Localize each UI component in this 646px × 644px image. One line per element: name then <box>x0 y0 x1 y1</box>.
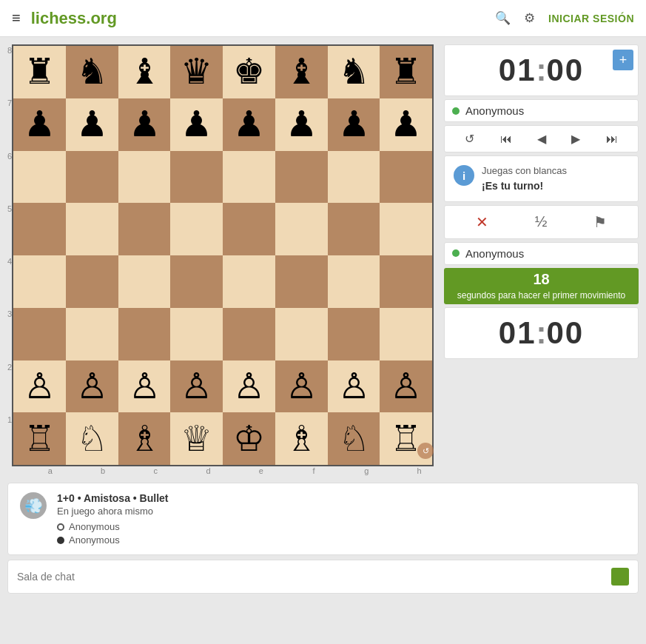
square-4e[interactable] <box>223 255 275 308</box>
players-list: Anonymous Anonymous <box>57 521 169 546</box>
square-1d[interactable]: ♕ <box>170 412 223 465</box>
square-8h[interactable]: ♜ <box>380 46 432 98</box>
square-6c[interactable] <box>118 151 171 204</box>
square-7h[interactable]: ♟ <box>380 98 432 151</box>
resign-button[interactable]: ✕ <box>470 212 494 232</box>
signin-button[interactable]: INICIAR SESIÓN <box>548 13 634 24</box>
square-8d[interactable]: ♛ <box>170 46 223 98</box>
square-3c[interactable] <box>118 308 171 360</box>
square-3g[interactable] <box>328 308 380 360</box>
flip-nav-button[interactable]: ↺ <box>460 130 479 147</box>
game-info-card: 💨 1+0 • Amistosa • Bullet En juego ahora… <box>7 483 639 555</box>
square-1f[interactable]: ♗ <box>275 412 328 465</box>
square-7f[interactable]: ♟ <box>275 98 328 151</box>
square-6a[interactable] <box>13 151 66 204</box>
square-8c[interactable]: ♝ <box>118 46 171 98</box>
piece: ♘ <box>76 421 108 457</box>
player-top-row: Anonymous <box>444 99 639 122</box>
square-3e[interactable] <box>223 308 275 360</box>
chess-board[interactable]: ♜♞♝♛♚♝♞♜♟♟♟♟♟♟♟♟♙♙♙♙♙♙♙♙♖♘♗♕♔♗♘♖ <box>12 44 434 466</box>
piece: ♟ <box>76 107 108 142</box>
flip-board-icon[interactable]: ↺ <box>417 443 434 459</box>
logo-domain: .org <box>86 9 117 27</box>
bullet-icon: 💨 <box>20 492 47 519</box>
draw-button[interactable]: ½ <box>529 212 554 232</box>
square-8a[interactable]: ♜ <box>13 46 66 98</box>
square-6g[interactable] <box>328 151 380 204</box>
square-7b[interactable]: ♟ <box>66 98 118 151</box>
square-8f[interactable]: ♝ <box>275 46 328 98</box>
square-4b[interactable] <box>66 255 118 308</box>
first-move-button[interactable]: ⏮ <box>496 131 517 147</box>
square-4c[interactable] <box>118 255 171 308</box>
piece: ♙ <box>24 369 55 404</box>
square-3d[interactable] <box>170 308 223 360</box>
square-8b[interactable]: ♞ <box>66 46 118 98</box>
square-6b[interactable] <box>66 151 118 204</box>
piece: ♙ <box>129 369 161 404</box>
info-icon: i <box>454 165 474 186</box>
square-1a[interactable]: ♖ <box>13 412 66 465</box>
square-8e[interactable]: ♚ <box>223 46 275 98</box>
square-2f[interactable]: ♙ <box>275 360 328 413</box>
square-7e[interactable]: ♟ <box>223 98 275 151</box>
header: ≡ lichess.org 🔍 ⚙ INICIAR SESIÓN <box>0 0 646 37</box>
square-3f[interactable] <box>275 308 328 360</box>
square-1g[interactable]: ♘ <box>328 412 380 465</box>
square-6e[interactable] <box>223 151 275 204</box>
menu-icon[interactable]: ≡ <box>12 10 21 27</box>
square-4d[interactable] <box>170 255 223 308</box>
square-1c[interactable]: ♗ <box>118 412 171 465</box>
square-4f[interactable] <box>275 255 328 308</box>
chat-input[interactable] <box>17 571 605 583</box>
square-1b[interactable]: ♘ <box>66 412 118 465</box>
square-5e[interactable] <box>223 203 275 255</box>
settings-button[interactable]: ⚙ <box>524 10 535 26</box>
square-5c[interactable] <box>118 203 171 255</box>
square-2c[interactable]: ♙ <box>118 360 171 413</box>
piece: ♖ <box>24 421 55 457</box>
square-7d[interactable]: ♟ <box>170 98 223 151</box>
square-2g[interactable]: ♙ <box>328 360 380 413</box>
square-2b[interactable]: ♙ <box>66 360 118 413</box>
piece: ♛ <box>181 54 212 90</box>
plus-button[interactable]: + <box>613 50 633 70</box>
square-5b[interactable] <box>66 203 118 255</box>
square-6d[interactable] <box>170 151 223 204</box>
square-3b[interactable] <box>66 308 118 360</box>
search-button[interactable]: 🔍 <box>495 10 511 26</box>
square-6f[interactable] <box>275 151 328 204</box>
square-7g[interactable]: ♟ <box>328 98 380 151</box>
square-2h[interactable]: ♙ <box>380 360 432 413</box>
player-white-name: Anonymous <box>69 521 120 532</box>
next-move-button[interactable]: ▶ <box>567 130 585 147</box>
square-5d[interactable] <box>170 203 223 255</box>
action-buttons: ✕ ½ ⚑ <box>444 205 639 239</box>
flag-button[interactable]: ⚑ <box>588 212 613 232</box>
prev-move-button[interactable]: ◀ <box>533 130 551 147</box>
timer-bottom-minutes: 01 <box>499 315 536 351</box>
square-5f[interactable] <box>275 203 328 255</box>
square-7a[interactable]: ♟ <box>13 98 66 151</box>
square-3h[interactable] <box>380 308 432 360</box>
file-label-g: g <box>340 466 393 475</box>
square-2e[interactable]: ♙ <box>223 360 275 413</box>
piece: ♙ <box>390 369 422 404</box>
square-4a[interactable] <box>13 255 66 308</box>
last-move-button[interactable]: ⏭ <box>602 131 622 147</box>
piece: ♔ <box>233 421 265 457</box>
square-2d[interactable]: ♙ <box>170 360 223 413</box>
square-4g[interactable] <box>328 255 380 308</box>
square-3a[interactable] <box>13 308 66 360</box>
chat-send-button[interactable] <box>611 568 629 586</box>
square-7c[interactable]: ♟ <box>118 98 171 151</box>
square-8g[interactable]: ♞ <box>328 46 380 98</box>
square-5a[interactable] <box>13 203 66 255</box>
square-2a[interactable]: ♙ <box>13 360 66 413</box>
square-6h[interactable] <box>380 151 432 204</box>
square-1e[interactable]: ♔ <box>223 412 275 465</box>
info-text: Juegas con blancas ¡Es tu turno! <box>482 164 567 194</box>
square-5g[interactable] <box>328 203 380 255</box>
square-5h[interactable] <box>380 203 432 255</box>
square-4h[interactable] <box>380 255 432 308</box>
